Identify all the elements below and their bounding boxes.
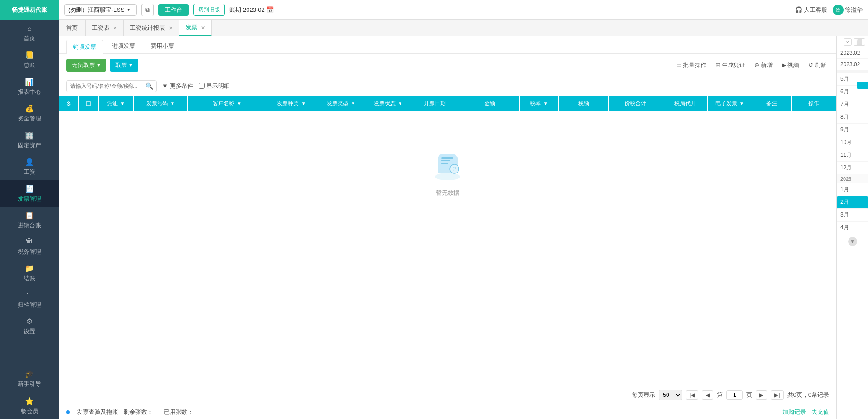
show-detail-input[interactable]	[199, 83, 205, 89]
sidebar-item-member-label: 畅会员	[21, 407, 38, 415]
sidebar-item-settings[interactable]: ⚙ 设置	[0, 313, 59, 339]
date-item-11[interactable]: 11月	[837, 149, 868, 162]
search-input[interactable]	[66, 80, 157, 92]
gen-voucher-icon: ⊞	[715, 62, 720, 68]
date-item-4[interactable]: 4月	[837, 222, 868, 234]
tab-home-label: 首页	[66, 24, 78, 32]
sidebar-item-funds[interactable]: 💰 资金管理	[0, 100, 59, 126]
date-item-8[interactable]: 8月	[837, 111, 868, 124]
sidebar-item-reports[interactable]: 📊 报表中心	[0, 73, 59, 100]
tab-invoice-close-icon[interactable]: ×	[201, 24, 205, 31]
sub-tab-purchase[interactable]: 进项发票	[105, 39, 142, 53]
refresh-button[interactable]: ↺ 刷新	[806, 59, 829, 72]
show-detail-checkbox[interactable]: 显示明细	[199, 82, 230, 90]
sidebar-item-tax[interactable]: 🏛 税务管理	[0, 233, 59, 260]
date-item-3[interactable]: 3月	[837, 209, 868, 222]
prev-page-button[interactable]: ◀	[702, 390, 713, 400]
used-label: 已用张数：	[164, 408, 193, 416]
panel-close-button[interactable]: ×	[844, 38, 852, 46]
go-purchase-link[interactable]: 去充值	[811, 408, 829, 416]
batch-ops-button[interactable]: ☰ 批量操作	[673, 59, 709, 72]
sidebar-item-guide[interactable]: 🎓 新手引导	[0, 365, 59, 392]
tab-payroll-stat-close-icon[interactable]: ×	[169, 25, 172, 31]
th-e-invoice[interactable]: 电子发票 ▼	[707, 96, 752, 111]
date-item-12[interactable]: 12月	[837, 162, 868, 174]
refresh-icon: ↺	[808, 62, 813, 68]
th-invoice-cat[interactable]: 发票类型 ▼	[316, 96, 366, 111]
first-page-button[interactable]: |◀	[686, 390, 698, 400]
sidebar-item-assets[interactable]: 🏢 固定资产	[0, 126, 59, 153]
next-page-button[interactable]: ▶	[756, 390, 767, 400]
tab-invoice-label: 发票	[186, 24, 197, 32]
sidebar-item-close[interactable]: 📁 结账	[0, 260, 59, 286]
th-invoice-type[interactable]: 发票种类 ▼	[267, 96, 316, 111]
service-link[interactable]: 🎧 人工客服	[795, 6, 827, 14]
th-tax-rate[interactable]: 税率 ▼	[519, 96, 559, 111]
th-action[interactable]: 操作	[792, 96, 836, 111]
tab-payroll-stat[interactable]: 工资统计报表 ×	[124, 20, 179, 36]
th-tax-amount[interactable]: 价税合计	[608, 96, 663, 111]
video-button[interactable]: ▶ 视频	[779, 59, 802, 72]
tab-home[interactable]: 首页	[59, 20, 86, 36]
copy-button[interactable]: ⧉	[141, 4, 154, 16]
date-item-10[interactable]: 10月	[837, 136, 868, 149]
th-remark[interactable]: 备注	[752, 96, 792, 111]
sidebar-item-archive[interactable]: 🗂 归档管理	[0, 286, 59, 313]
tab-payroll-stat-label: 工资统计报表	[130, 24, 165, 32]
th-check[interactable]: ☐	[79, 96, 99, 111]
video-label: 视频	[787, 61, 799, 69]
page-size-select[interactable]: 50 10 20 100	[659, 390, 682, 400]
sidebar-item-home[interactable]: ⌂ 首页	[0, 20, 59, 46]
scroll-down-button[interactable]: ▼	[848, 237, 857, 246]
sidebar-item-ledger[interactable]: 📒 总账	[0, 46, 59, 73]
reports-icon: 📊	[25, 77, 34, 86]
period-display: 账期 2023-02 📅	[229, 6, 274, 14]
th-customer[interactable]: 客户名称 ▼	[187, 96, 267, 111]
date-item-2023-02-top1[interactable]: 2023.02	[837, 48, 868, 59]
th-tax[interactable]: 税额	[559, 96, 608, 111]
add-record-link[interactable]: 加购记录	[782, 408, 806, 416]
ledger-icon: 📒	[25, 51, 34, 59]
gen-voucher-button[interactable]: ⊞ 生成凭证	[713, 59, 748, 72]
sub-tab-expense[interactable]: 费用小票	[144, 39, 181, 53]
no-ticket-button[interactable]: 无负取票 ▼	[66, 59, 106, 72]
sidebar-item-member[interactable]: ⭐ 畅会员	[0, 392, 59, 419]
switch-version-button[interactable]: 切到旧版	[193, 4, 225, 16]
more-conditions-button[interactable]: ▼ 更多条件	[162, 82, 193, 90]
page-label: 第	[717, 391, 723, 399]
th-tax-code[interactable]: 税局代开	[663, 96, 707, 111]
date-item-1[interactable]: 1月	[837, 183, 868, 196]
page-input[interactable]	[726, 390, 743, 400]
th-invoice-status[interactable]: 发票状态 ▼	[366, 96, 410, 111]
open-period-button[interactable]: 开账日期	[857, 82, 868, 89]
sidebar-item-sales[interactable]: 📋 进销台账	[0, 207, 59, 233]
th-voucher[interactable]: 凭证 ▼	[99, 96, 134, 111]
workbench-button[interactable]: 工作台	[158, 4, 189, 16]
th-invoice-no[interactable]: 发票号码 ▼	[133, 96, 187, 111]
sidebar-item-ledger-label: 总账	[24, 61, 35, 69]
batch-ops-label: 批量操作	[683, 61, 706, 69]
batch-ops-icon: ☰	[676, 62, 682, 68]
date-item-7[interactable]: 7月	[837, 98, 868, 111]
tabs-bar: 首页 工资表 × 工资统计报表 × 发票 ×	[59, 20, 868, 36]
total-text: 共0页，0条记录	[787, 391, 829, 399]
tab-payroll-close-icon[interactable]: ×	[113, 25, 117, 31]
user-profile[interactable]: 徐 徐溢华	[833, 5, 863, 15]
tab-payroll[interactable]: 工资表 ×	[86, 20, 124, 36]
new-button[interactable]: ⊕ 新增	[752, 59, 775, 72]
last-page-button[interactable]: ▶|	[771, 390, 783, 400]
sidebar-item-payroll[interactable]: 👤 工资	[0, 153, 59, 180]
panel-expand-button[interactable]: ⬜	[854, 38, 865, 46]
company-selector[interactable]: (勿删）江西服宝-LSS ▼	[64, 4, 137, 16]
th-amount[interactable]: 金额	[460, 96, 519, 111]
sidebar-item-settings-label: 设置	[24, 327, 35, 336]
sidebar-item-invoice[interactable]: 🧾 发票管理	[0, 180, 59, 207]
th-settings[interactable]: ⚙	[59, 96, 79, 111]
get-ticket-button[interactable]: 取票 ▼	[110, 59, 138, 72]
date-item-9[interactable]: 9月	[837, 124, 868, 136]
date-item-2023-02-top2[interactable]: 2023.02	[837, 59, 868, 70]
tab-invoice[interactable]: 发票 ×	[179, 20, 211, 36]
date-item-2-active[interactable]: 2月	[837, 196, 868, 209]
th-open-date[interactable]: 开票日期	[410, 96, 460, 111]
sub-tab-sales[interactable]: 销项发票	[66, 40, 103, 54]
